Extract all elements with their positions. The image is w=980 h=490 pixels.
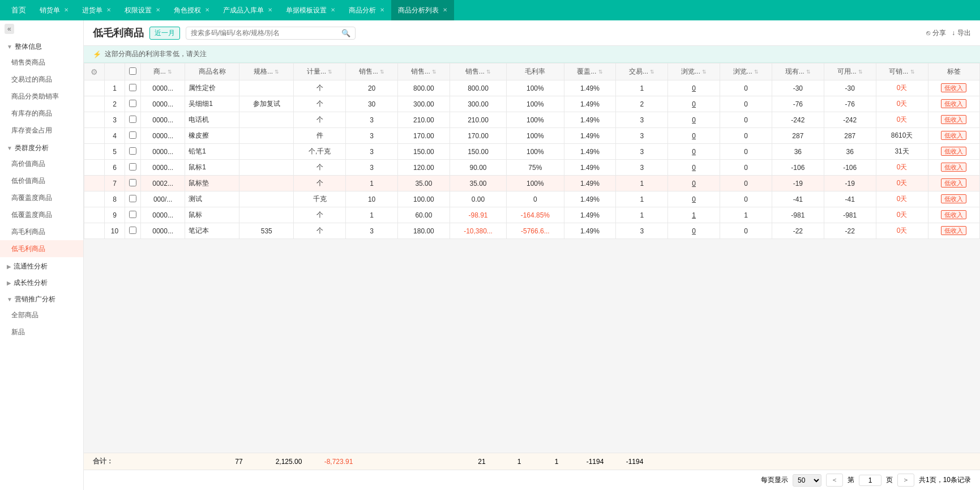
nav-roles[interactable]: 角色授权 ✕ xyxy=(167,0,216,20)
th-name[interactable]: 商品名称 xyxy=(185,63,239,80)
cell-browse1[interactable]: 0 xyxy=(668,144,720,160)
search-input[interactable] xyxy=(191,29,341,37)
cell-check[interactable] xyxy=(125,128,141,144)
cell-name[interactable]: 吴细细1 xyxy=(185,96,239,112)
nav-templates[interactable]: 单据模板设置 ✕ xyxy=(279,0,342,20)
cell-name[interactable]: 鼠标 xyxy=(185,207,239,223)
cell-name[interactable]: 橡皮擦 xyxy=(185,128,239,144)
sidebar-group-flow[interactable]: ▶ 流通性分析 xyxy=(0,257,83,274)
cell-browse1[interactable]: 1 xyxy=(668,207,720,223)
row-checkbox[interactable] xyxy=(129,179,136,186)
nav-product-analysis-close[interactable]: ✕ xyxy=(380,0,384,20)
sidebar-item-high-coverage[interactable]: 高覆盖度商品 xyxy=(0,189,83,206)
sidebar-item-low-margin[interactable]: 低毛利商品 xyxy=(0,240,83,257)
row-checkbox[interactable] xyxy=(129,100,136,107)
row-checkbox[interactable] xyxy=(129,116,136,123)
nav-home[interactable]: 首页 xyxy=(5,0,33,20)
sidebar-item-traded-goods[interactable]: 交易过的商品 xyxy=(0,71,83,88)
sidebar-item-high-margin[interactable]: 高毛利商品 xyxy=(0,223,83,240)
nav-product-analysis-list[interactable]: 商品分析列表 ✕ xyxy=(391,0,454,20)
sidebar-item-new-goods[interactable]: 新品 xyxy=(0,323,83,340)
sidebar-item-stock-capital[interactable]: 库存资金占用 xyxy=(0,122,83,139)
cell-check[interactable] xyxy=(125,191,141,207)
nav-purchase-close[interactable]: ✕ xyxy=(106,0,111,20)
row-checkbox[interactable] xyxy=(129,211,136,218)
th-settings[interactable]: ⚙ xyxy=(84,63,105,80)
nav-sales[interactable]: 销货单 ✕ xyxy=(33,0,75,20)
th-sales-profit[interactable]: 销售... ⇅ xyxy=(450,63,506,80)
cell-check[interactable] xyxy=(125,160,141,176)
cell-name[interactable]: 铅笔1 xyxy=(185,144,239,160)
prev-page-btn[interactable]: ＜ xyxy=(826,474,843,487)
nav-templates-close[interactable]: ✕ xyxy=(331,0,335,20)
time-filter-btn[interactable]: 近一月 xyxy=(149,27,180,40)
cell-check[interactable] xyxy=(125,223,141,239)
share-btn[interactable]: ⎋ 分享 xyxy=(926,28,946,38)
row-checkbox[interactable] xyxy=(129,163,136,171)
nav-products-entry[interactable]: 产成品入库单 ✕ xyxy=(216,0,279,20)
cell-browse1[interactable]: 0 xyxy=(668,191,720,207)
th-spec[interactable]: 规格... ⇅ xyxy=(239,63,294,80)
cell-browse1[interactable]: 0 xyxy=(668,176,720,191)
sidebar-collapse-btn[interactable]: « xyxy=(5,24,14,34)
sidebar-item-low-coverage[interactable]: 低覆盖度商品 xyxy=(0,206,83,223)
th-unit[interactable]: 计量... ⇅ xyxy=(294,63,346,80)
cell-browse1[interactable]: 0 xyxy=(668,223,720,239)
cell-name[interactable]: 属性定价 xyxy=(185,80,239,96)
row-checkbox[interactable] xyxy=(129,195,136,202)
row-checkbox[interactable] xyxy=(129,227,136,234)
cell-check[interactable] xyxy=(125,176,141,191)
cell-check[interactable] xyxy=(125,207,141,223)
nav-purchase[interactable]: 进货单 ✕ xyxy=(75,0,118,20)
sidebar-item-low-value[interactable]: 低价值商品 xyxy=(0,172,83,189)
nav-product-analysis[interactable]: 商品分析 ✕ xyxy=(342,0,391,20)
nav-permissions[interactable]: 权限设置 ✕ xyxy=(118,0,167,20)
cell-check[interactable] xyxy=(125,96,141,112)
cell-name[interactable]: 电话机 xyxy=(185,112,239,128)
th-saleable[interactable]: 可销... ⇅ xyxy=(876,63,928,80)
page-size-select[interactable]: 50 20 100 xyxy=(793,474,821,487)
th-sales-qty[interactable]: 销售... ⇅ xyxy=(346,63,398,80)
sidebar-group-growth[interactable]: ▶ 成长性分析 xyxy=(0,274,83,290)
sidebar-item-category-rate[interactable]: 商品分类助销率 xyxy=(0,88,83,105)
nav-roles-close[interactable]: ✕ xyxy=(205,0,209,20)
settings-icon[interactable]: ⚙ xyxy=(91,67,98,76)
cell-name[interactable]: 测试 xyxy=(185,191,239,207)
next-page-btn[interactable]: ＞ xyxy=(897,474,914,487)
cell-check[interactable] xyxy=(125,144,141,160)
nav-products-entry-close[interactable]: ✕ xyxy=(268,0,272,20)
cell-browse1[interactable]: 0 xyxy=(668,96,720,112)
nav-product-analysis-list-close[interactable]: ✕ xyxy=(443,0,447,20)
nav-sales-close[interactable]: ✕ xyxy=(64,0,69,20)
cell-check[interactable] xyxy=(125,112,141,128)
sidebar-item-all-goods[interactable]: 全部商品 xyxy=(0,306,83,323)
sidebar-group-cluster[interactable]: ▼ 类群度分析 xyxy=(0,139,83,155)
sidebar-group-marketing[interactable]: ▼ 营销推广分析 xyxy=(0,290,83,306)
row-checkbox[interactable] xyxy=(129,147,136,155)
sidebar-item-sales-goods[interactable]: 销售类商品 xyxy=(0,54,83,71)
sidebar-group-overall[interactable]: ▼ 整体信息 xyxy=(0,37,83,54)
sidebar-item-in-stock[interactable]: 有库存的商品 xyxy=(0,105,83,122)
select-all-checkbox[interactable] xyxy=(129,67,136,75)
th-browse1[interactable]: 浏览... ⇅ xyxy=(668,63,720,80)
cell-name[interactable]: 鼠标垫 xyxy=(185,176,239,191)
nav-permissions-close[interactable]: ✕ xyxy=(156,0,160,20)
th-coverage[interactable]: 覆盖... ⇅ xyxy=(564,63,616,80)
cell-name[interactable]: 鼠标1 xyxy=(185,160,239,176)
cell-browse1[interactable]: 0 xyxy=(668,112,720,128)
row-checkbox[interactable] xyxy=(129,84,136,91)
export-btn[interactable]: ↓ 导出 xyxy=(952,28,971,38)
th-tag[interactable]: 标签 xyxy=(928,63,979,80)
th-sales-amount[interactable]: 销售... ⇅ xyxy=(398,63,450,80)
th-code[interactable]: 商... ⇅ xyxy=(141,63,185,80)
cell-browse1[interactable]: 0 xyxy=(668,160,720,176)
row-checkbox[interactable] xyxy=(129,131,136,139)
cell-browse1[interactable]: 0 xyxy=(668,128,720,144)
th-browse2[interactable]: 浏览... ⇅ xyxy=(720,63,772,80)
th-transaction[interactable]: 交易... ⇅ xyxy=(616,63,668,80)
th-gross-rate[interactable]: 毛利率 xyxy=(507,63,564,80)
th-available[interactable]: 可用... ⇅ xyxy=(824,63,876,80)
th-current-stock[interactable]: 现有... ⇅ xyxy=(772,63,824,80)
cell-browse1[interactable]: 0 xyxy=(668,80,720,96)
current-page-input[interactable] xyxy=(859,475,881,486)
